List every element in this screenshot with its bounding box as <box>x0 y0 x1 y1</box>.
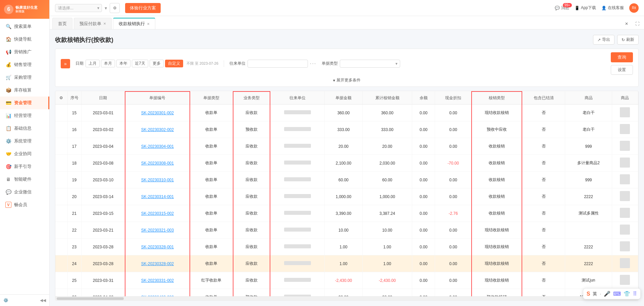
th-include-settled: 包含已结清 <box>522 91 565 105</box>
td-settings <box>55 272 67 289</box>
topbar-select[interactable]: 请选择... <box>55 4 102 12</box>
sidebar-item-member[interactable]: V 畅会员 <box>0 198 49 211</box>
sidebar-item-finance[interactable]: 💳 资金管理 <box>0 97 49 109</box>
filter-toggle-button[interactable]: » <box>61 59 70 68</box>
sidebar-item-basic[interactable]: 📋 基础信息 <box>0 122 49 135</box>
keyboard-icon[interactable]: ⌨ <box>613 291 621 297</box>
solution-button[interactable]: 体验行业方案 <box>125 3 161 13</box>
sidebar-item-wechat[interactable]: 💬 企业微信 <box>0 186 49 198</box>
td-cancel-type: 现结收款核销 <box>472 105 522 121</box>
recent7-btn[interactable]: 近7天 <box>132 60 148 67</box>
sidebar-item-search[interactable]: 🔍 搜索菜单 <box>0 20 49 33</box>
float-input-bar[interactable]: S 英 · 🎤 ⌨ 👕 ⠿ <box>583 288 641 299</box>
tab-advance[interactable]: 预应付款单 ✕ <box>74 18 112 29</box>
singleno-link[interactable]: SK-20230328-002 <box>141 261 174 266</box>
td-counterparty <box>270 205 324 222</box>
curr-year-btn[interactable]: 本年 <box>116 60 130 67</box>
td-settings <box>55 138 67 155</box>
singleno-link[interactable]: SK-20230310-001 <box>141 178 174 182</box>
page-content: 收款核销执行(按收款) ↗ 导出 ↻ 刷新 » 日期 <box>50 29 644 306</box>
table-row[interactable]: 19 2023-03-10 SK-20230310-001 收款单 应收款 60… <box>55 172 638 188</box>
th-cancel-type col-canceltype: 核销类型 <box>472 91 522 105</box>
table-row[interactable]: 23 2023-03-28 SK-20230328-001 收款单 应收款 1.… <box>55 239 638 255</box>
singleno-link[interactable]: SK-20230321-003 <box>141 228 174 233</box>
table-row[interactable]: 18 2023-03-08 SK-20230308-001 收款单 应收款 2,… <box>55 155 638 172</box>
tab-home[interactable]: 首页 <box>52 18 72 29</box>
page-title: 收款核销执行(按收款) <box>55 36 113 44</box>
sidebar-item-purchase[interactable]: 🛒 采购管理 <box>0 71 49 84</box>
tab-collection-close-icon[interactable]: ✕ <box>147 22 150 26</box>
table-row[interactable]: 20 2023-03-14 SK-20230314-001 收款单 应收款 1,… <box>55 188 638 205</box>
td-balance: 0.00 <box>412 222 435 239</box>
query-button[interactable]: 查询 <box>611 52 633 62</box>
refresh-button[interactable]: ↻ 刷新 <box>617 35 639 45</box>
dots-icon[interactable]: ··· <box>310 61 316 67</box>
dropdown-arrow-icon[interactable]: ▾ <box>105 5 107 11</box>
td-singleno: SK-20230328-001 <box>125 239 190 255</box>
message-button[interactable]: 💬 消息 99+ <box>555 5 569 11</box>
td-cash-discount: 0.00 <box>435 121 472 138</box>
curr-month-btn[interactable]: 本月 <box>101 60 115 67</box>
sidebar-item-operation[interactable]: 📊 经营管理 <box>0 109 49 122</box>
settings-icon[interactable]: ⚙️ <box>3 298 8 303</box>
singleno-link[interactable]: SK-20230315-002 <box>141 211 174 216</box>
sidebar-item-enterprise[interactable]: 🤝 企业协同 <box>0 147 49 160</box>
table-row[interactable]: 25 2023-03-31 SK-20230331-002 红字收款单 应收款 … <box>55 272 638 289</box>
table-row[interactable]: 24 2023-03-28 SK-20230328-002 收款单 应收款 1.… <box>55 255 638 272</box>
table-row[interactable]: 22 2023-03-21 SK-20230321-003 收款单 应收款 10… <box>55 222 638 239</box>
th-settings[interactable]: ⚙ <box>55 91 67 105</box>
counterparty-input[interactable] <box>248 60 308 68</box>
singleno-link[interactable]: SK-20230301-002 <box>141 111 174 115</box>
prev-month-btn[interactable]: 上月 <box>86 60 100 67</box>
sidebar-item-label: 销售管理 <box>14 62 32 68</box>
td-singleno: SK-20230308-001 <box>125 155 190 172</box>
td-bill-amount: 1.00 <box>325 239 363 255</box>
expand-conditions-button[interactable]: ▾ 展开更多条件 <box>333 77 361 83</box>
td-include-settled: 否 <box>522 138 565 155</box>
sidebar-item-hardware[interactable]: 🖥 智能硬件 <box>0 173 49 186</box>
sidebar-item-marketing[interactable]: 📢 营销推广 <box>0 46 49 58</box>
table-scrollbar[interactable] <box>55 296 638 300</box>
sidebar-item-inventory[interactable]: 📦 库存核算 <box>0 84 49 97</box>
table-row[interactable]: 17 2023-03-04 SK-20230304-001 收款单 应收款 20… <box>55 138 638 155</box>
custom-btn[interactable]: 自定义 <box>165 60 183 67</box>
table-row[interactable]: 26 2023-04-03 SK-20230403-002 收款单 预收款 20… <box>55 289 638 297</box>
sidebar-item-sales[interactable]: 💰 销售管理 <box>0 58 49 71</box>
table-row[interactable]: 21 2023-03-15 SK-20230315-002 收款单 应收款 3,… <box>55 205 638 222</box>
td-cash-discount: -2.76 <box>435 205 472 222</box>
export-button[interactable]: ↗ 导出 <box>593 35 614 45</box>
tab-collection[interactable]: 收款核销执行 ✕ <box>113 18 155 29</box>
collapse-icon[interactable]: ◀◀ <box>40 298 46 303</box>
table-wrapper[interactable]: ⚙ 序号 日期 单据编号 单据类型 业务类型 往来单位 单据金额 累计核销金额 … <box>55 91 638 296</box>
setting-button[interactable]: 设置 <box>611 65 633 75</box>
td-biz-type: 预收款 <box>233 121 270 138</box>
td-balance: 0.00 <box>412 172 435 188</box>
tabbar-close-button[interactable]: ✕ <box>623 20 631 28</box>
sidebar-item-system[interactable]: ⚙️ 系统管理 <box>0 135 49 147</box>
sales-icon: 💰 <box>5 62 11 68</box>
bill-type-select[interactable] <box>340 60 400 68</box>
singleno-link[interactable]: SK-20230331-002 <box>141 278 174 283</box>
singleno-link[interactable]: SK-20230308-001 <box>141 161 174 166</box>
singleno-link[interactable]: SK-20230314-001 <box>141 194 174 199</box>
td-bill-type: 收款单 <box>190 138 233 155</box>
singleno-link[interactable]: SK-20230302-002 <box>141 127 174 132</box>
singleno-link[interactable]: SK-20230304-001 <box>141 144 174 149</box>
td-singleno: SK-20230328-002 <box>125 255 190 272</box>
singleno-link[interactable]: SK-20230328-001 <box>141 245 174 249</box>
scroll-thumb[interactable] <box>57 297 124 300</box>
avatar[interactable]: Rit <box>629 3 639 13</box>
online-service-button[interactable]: 👤 在线客服 <box>601 5 624 11</box>
home-icon: 🏠 <box>5 36 11 42</box>
table-row[interactable]: 15 2023-03-01 SK-20230301-002 收款单 应收款 36… <box>55 105 638 121</box>
table-row[interactable]: 16 2023-03-02 SK-20230302-002 收款单 预收款 33… <box>55 121 638 138</box>
microphone-icon[interactable]: 🎤 <box>604 291 610 297</box>
refresh-icon: ↻ <box>622 38 625 42</box>
sidebar-item-quick-nav[interactable]: 🏠 快捷导航 <box>0 33 49 46</box>
tabbar-expand-button[interactable]: ⛶ <box>633 20 641 28</box>
sidebar-item-guide[interactable]: 🎯 新手引导 <box>0 160 49 173</box>
gear-button[interactable]: ⚙ <box>110 3 120 13</box>
more-btn[interactable]: 更多 <box>150 60 164 67</box>
app-download-button[interactable]: 📱 App下载 <box>575 5 596 11</box>
tab-advance-close-icon[interactable]: ✕ <box>103 22 106 25</box>
